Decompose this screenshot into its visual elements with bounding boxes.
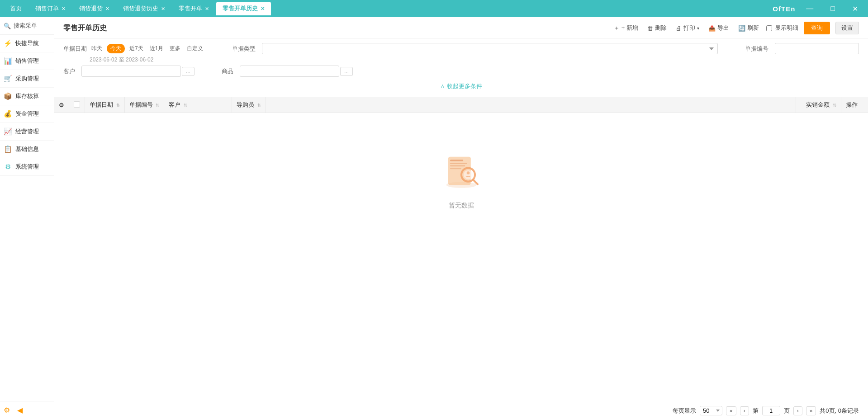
close-sales-return-icon[interactable]: ✕: [105, 6, 109, 12]
tab-home[interactable]: 首页: [4, 2, 28, 15]
pagination: 每页显示 10 20 50 100 « ‹ 第 页 › » 共0页, 0条记录: [54, 402, 868, 419]
settings-button[interactable]: 设置: [835, 22, 859, 34]
add-icon: ＋: [614, 24, 620, 32]
tab-sales-order[interactable]: 销售订单 ✕: [29, 2, 72, 15]
search-icon: 🔍: [4, 23, 11, 29]
filter-row-date-range: 2023-06-02 至 2023-06-02: [63, 56, 859, 64]
date-today[interactable]: 今天: [107, 44, 125, 53]
toolbar: ＋ + 新增 🗑 删除 🖨 打印 ▾ 📤 导出 🔄: [612, 22, 859, 34]
display-detail-checkbox[interactable]: [766, 25, 772, 31]
date-custom[interactable]: 自定义: [185, 44, 205, 53]
date-1month[interactable]: 近1月: [148, 44, 166, 53]
sidebar-item-sales-mgmt-label: 销售管理: [15, 57, 39, 65]
sort-date-icon: ⇅: [116, 103, 120, 108]
sidebar-item-purchase-mgmt-label: 采购管理: [15, 75, 39, 83]
sidebar-item-finance[interactable]: 💰 资金管理: [0, 105, 54, 123]
date-more[interactable]: 更多: [168, 44, 182, 53]
gear-icon[interactable]: ⚙: [59, 102, 64, 108]
doctype-select[interactable]: [262, 43, 718, 54]
tab-sales-return-history[interactable]: 销货退货历史 ✕: [117, 2, 171, 15]
finance-icon: 💰: [4, 110, 12, 118]
sales-mgmt-icon: 📊: [4, 57, 12, 65]
sidebar-item-sys-mgmt[interactable]: ⚙ 系统管理: [0, 158, 54, 176]
th-gear[interactable]: ⚙: [54, 97, 69, 113]
window-close[interactable]: ✕: [846, 2, 864, 16]
last-page-btn[interactable]: »: [806, 406, 816, 415]
next-page-btn[interactable]: ›: [793, 406, 802, 415]
product-filter-field: 商品 ...: [222, 66, 353, 77]
tab-retail-open-history[interactable]: 零售开单历史 ✕: [216, 2, 271, 15]
delete-button[interactable]: 🗑 删除: [645, 23, 669, 33]
sidebar: 🔍 搜索采单 ⚡ 快捷导航 📊 销售管理 🛒 采购管理 📦 库存核算 💰 资金管…: [0, 17, 54, 419]
product-ellipsis-btn[interactable]: ...: [340, 67, 353, 76]
date-7days[interactable]: 近7天: [128, 44, 145, 53]
date-range-text: 2023-06-02 至 2023-06-02: [90, 56, 153, 64]
settings-button[interactable]: ⚙: [4, 406, 10, 414]
refresh-icon: 🔄: [738, 25, 745, 32]
window-maximize[interactable]: □: [824, 2, 841, 15]
svg-rect-3: [450, 163, 467, 164]
sort-salesperson-icon: ⇅: [257, 103, 261, 108]
page-input[interactable]: [762, 406, 780, 415]
customer-ellipsis-btn[interactable]: ...: [182, 67, 194, 76]
product-input[interactable]: [240, 66, 339, 77]
page-label: 第: [753, 407, 759, 415]
select-all-checkbox[interactable]: [74, 101, 80, 108]
tab-retail-open[interactable]: 零售开单 ✕: [172, 2, 215, 15]
close-retail-open-history-icon[interactable]: ✕: [261, 6, 265, 12]
close-sales-return-history-icon[interactable]: ✕: [161, 6, 165, 12]
tab-bar: 首页 销售订单 ✕ 销货退货 ✕ 销货退货历史 ✕ 零售开单 ✕ 零售开单历史 …: [4, 2, 773, 15]
sidebar-search[interactable]: 🔍 搜索采单: [0, 17, 54, 35]
data-table: ⚙ 单据日期 ⇅ 单据编号 ⇅: [54, 97, 868, 246]
close-retail-open-icon[interactable]: ✕: [205, 6, 209, 12]
th-date[interactable]: 单据日期 ⇅: [85, 97, 125, 113]
sidebar-item-sales-mgmt[interactable]: 📊 销售管理: [0, 52, 54, 70]
date-filter-label: 单据日期: [63, 45, 87, 53]
sidebar-item-inventory[interactable]: 📦 库存核算: [0, 88, 54, 105]
sidebar-item-purchase-mgmt[interactable]: 🛒 采购管理: [0, 70, 54, 88]
customer-input[interactable]: [81, 66, 181, 77]
th-customer[interactable]: 客户 ⇅: [164, 97, 232, 113]
quick-nav-icon: ⚡: [4, 39, 12, 47]
close-sales-order-icon[interactable]: ✕: [62, 6, 66, 12]
prev-page-btn[interactable]: ‹: [740, 406, 749, 415]
add-button[interactable]: ＋ + 新增: [612, 23, 640, 33]
refresh-button[interactable]: 🔄 刷新: [736, 23, 761, 33]
refresh-label: 刷新: [747, 24, 759, 32]
collapse-up-icon: ∧: [440, 83, 445, 89]
sidebar-item-base-info[interactable]: 📋 基础信息: [0, 141, 54, 158]
sidebar-item-operation[interactable]: 📈 经营管理: [0, 123, 54, 141]
main-layout: 🔍 搜索采单 ⚡ 快捷导航 📊 销售管理 🛒 采购管理 📦 库存核算 💰 资金管…: [0, 17, 868, 419]
per-page-select[interactable]: 10 20 50 100: [700, 406, 722, 415]
print-dropdown-icon: ▾: [697, 26, 699, 31]
search-button[interactable]: 查询: [804, 22, 830, 34]
window-minimize[interactable]: —: [800, 2, 820, 15]
th-check[interactable]: [69, 97, 85, 113]
pagination-summary: 共0页, 0条记录: [820, 407, 859, 415]
print-button[interactable]: 🖨 打印 ▾: [674, 23, 701, 33]
docno-input[interactable]: [775, 43, 859, 54]
date-yesterday[interactable]: 昨天: [90, 44, 104, 53]
sidebar-item-quick-nav[interactable]: ⚡ 快捷导航: [0, 35, 54, 52]
collapse-conditions[interactable]: ∧ 收起更多条件: [63, 80, 859, 92]
th-docno[interactable]: 单据编号 ⇅: [124, 97, 164, 113]
operation-icon: 📈: [4, 127, 12, 136]
collapse-sidebar-button[interactable]: ◀: [17, 406, 23, 414]
sidebar-item-quick-nav-label: 快捷导航: [15, 39, 39, 47]
empty-text: 暂无数据: [449, 202, 474, 210]
tab-sales-return[interactable]: 销货退货 ✕: [73, 2, 116, 15]
sort-customer-icon: ⇅: [184, 103, 187, 108]
sort-amount-icon: ⇅: [833, 103, 836, 108]
export-button[interactable]: 📤 导出: [707, 23, 731, 33]
th-salesperson[interactable]: 导购员 ⇅: [232, 97, 266, 113]
page-header: 零售开单历史 ＋ + 新增 🗑 删除 🖨 打印 ▾ 📤 导出: [54, 17, 868, 38]
sidebar-search-label: 搜索采单: [14, 22, 37, 30]
brand-logo: OfTEn: [773, 5, 795, 13]
display-detail-label: 显示明细: [775, 24, 798, 32]
th-amount[interactable]: 实销金额 ⇅: [796, 97, 841, 113]
display-detail-toggle[interactable]: 显示明细: [766, 24, 798, 32]
table-body: 暂无数据: [54, 113, 868, 246]
sidebar-item-sys-mgmt-label: 系统管理: [15, 163, 39, 171]
first-page-btn[interactable]: «: [726, 406, 736, 415]
docno-filter-field: 单据编号: [745, 43, 859, 54]
